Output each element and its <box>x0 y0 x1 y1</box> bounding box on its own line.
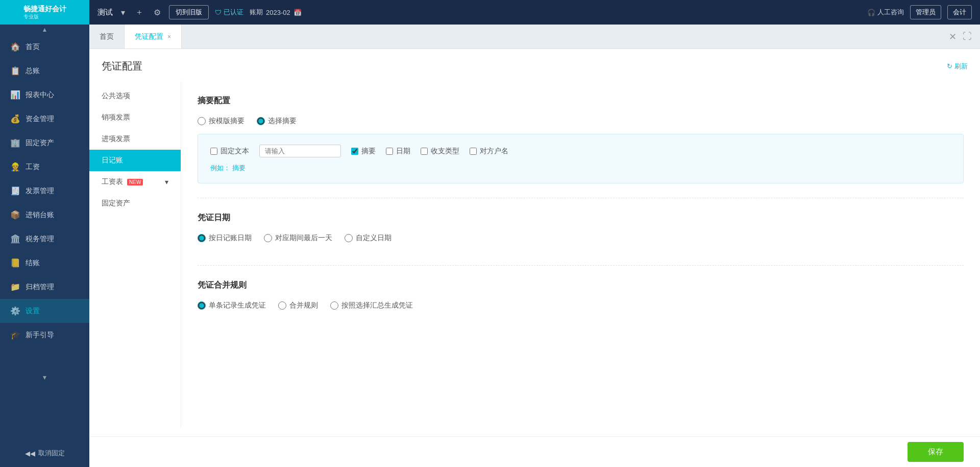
checkbox-summary-input[interactable] <box>351 148 358 155</box>
sidebar: ▲ 🏠 首页 📋 总账 📊 报表中心 💰 资金管理 🏢 固定资产 👷 工资 🧾 … <box>0 25 89 467</box>
calendar-icon[interactable]: 📅 <box>293 9 302 16</box>
tab-bar-actions: ✕ ⛶ <box>949 31 972 42</box>
menu-item-public[interactable]: 公共选项 <box>89 85 181 107</box>
settings-icon[interactable]: ⚙ <box>152 6 163 19</box>
radio-period-last-day-input[interactable] <box>264 234 272 242</box>
headset-icon: 🎧 <box>867 9 875 16</box>
checkbox-fixed-text-input[interactable] <box>210 148 217 155</box>
page-content: 凭证配置 ↻ 刷新 公共选项 销项发票 进项发票 <box>89 49 980 467</box>
tab-close-button[interactable]: × <box>167 33 171 40</box>
new-badge: NEW <box>127 179 143 185</box>
sidebar-item-assets[interactable]: 🏢 固定资产 <box>0 131 89 155</box>
close-window-button[interactable]: ✕ <box>949 31 957 42</box>
tab-voucher-config[interactable]: 凭证配置 × <box>125 25 182 49</box>
radio-merge-rules-input[interactable] <box>278 301 286 310</box>
topbar-right: 🎧 人工咨询 管理员 会计 <box>867 5 980 19</box>
add-icon[interactable]: ＋ <box>133 5 145 20</box>
accountant-button[interactable]: 会计 <box>947 5 972 19</box>
radio-template-input[interactable] <box>198 117 206 125</box>
arrow-left-icon: ◀◀ <box>25 450 35 457</box>
sidebar-item-invoice[interactable]: 🧾 发票管理 <box>0 179 89 203</box>
radio-aggregate-selected[interactable]: 按照选择汇总生成凭证 <box>330 301 413 310</box>
sidebar-item-payroll[interactable]: 👷 工资 <box>0 155 89 179</box>
radio-merge-rules[interactable]: 合并规则 <box>278 301 318 310</box>
page-header: 凭证配置 ↻ 刷新 <box>89 49 980 73</box>
admin-button[interactable]: 管理员 <box>910 5 941 19</box>
radio-daily-date[interactable]: 按日记账日期 <box>198 233 252 243</box>
sidebar-item-sales-ledger[interactable]: 📦 进销台账 <box>0 203 89 227</box>
sidebar-item-tax[interactable]: 🏛️ 税务管理 <box>0 227 89 251</box>
home-icon: 🏠 <box>10 42 20 52</box>
period-label: 账期 <box>250 8 263 17</box>
menu-item-purchase-invoice[interactable]: 进项发票 <box>89 128 181 150</box>
date-section-title: 凭证日期 <box>198 213 964 223</box>
sidebar-item-closing[interactable]: 📒 结账 <box>0 251 89 275</box>
sidebar-item-reports[interactable]: 📊 报表中心 <box>0 83 89 107</box>
radio-custom-date[interactable]: 自定义日期 <box>345 233 391 243</box>
checkbox-date-input[interactable] <box>386 148 393 155</box>
radio-period-last-day-label: 对应期间最后一天 <box>275 233 332 243</box>
merge-section-title: 凭证合并规则 <box>198 280 964 291</box>
menu-label-payroll-table: 工资表 <box>102 177 123 186</box>
cancel-fixed-button[interactable]: ◀◀ 取消固定 <box>0 445 89 462</box>
checkbox-income-type-input[interactable] <box>421 148 428 155</box>
sidebar-label-ledger: 总账 <box>26 66 40 76</box>
sidebar-item-guide[interactable]: 🎓 新手引导 <box>0 323 89 347</box>
sidebar-item-archive[interactable]: 📁 归档管理 <box>0 275 89 299</box>
radio-aggregate-selected-input[interactable] <box>330 301 338 310</box>
radio-single-record-label: 单条记录生成凭证 <box>209 301 266 310</box>
radio-template-summary[interactable]: 按模版摘要 <box>198 116 244 126</box>
summary-radio-group: 按模版摘要 选择摘要 <box>198 116 964 126</box>
closing-icon: 📒 <box>10 258 20 268</box>
radio-period-last-day[interactable]: 对应期间最后一天 <box>264 233 332 243</box>
checkbox-fixed-text[interactable]: 固定文本 <box>210 147 249 156</box>
menu-label-fixed-assets: 固定资产 <box>102 199 130 207</box>
menu-item-payroll-table[interactable]: 工资表 NEW ▾ <box>89 171 181 193</box>
radio-daily-date-input[interactable] <box>198 234 206 242</box>
checkbox-summary[interactable]: 摘要 <box>351 147 376 156</box>
radio-single-record[interactable]: 单条记录生成凭证 <box>198 301 266 310</box>
radio-daily-date-label: 按日记账日期 <box>209 233 252 243</box>
fixed-text-input[interactable] <box>259 145 341 157</box>
period-value: 2023-02 <box>266 9 290 16</box>
checkbox-counterpart[interactable]: 对方户名 <box>470 147 508 156</box>
consult-label: 人工咨询 <box>877 8 904 17</box>
bottom-bar: 保存 <box>89 436 980 467</box>
menu-label-purchase-invoice: 进项发票 <box>102 134 130 143</box>
save-button[interactable]: 保存 <box>908 442 964 462</box>
certified-badge: 🛡 已认证 <box>215 8 243 17</box>
sidebar-label-archive: 归档管理 <box>26 283 54 292</box>
menu-label-journal: 日记账 <box>102 156 123 164</box>
menu-item-sales-invoice[interactable]: 销项发票 <box>89 107 181 128</box>
right-panel: 摘要配置 按模版摘要 选择摘要 <box>181 81 980 428</box>
menu-item-fixed-assets[interactable]: 固定资产 <box>89 193 181 214</box>
checkbox-date[interactable]: 日期 <box>386 147 410 156</box>
fullscreen-button[interactable]: ⛶ <box>963 31 972 42</box>
cancel-fixed-label: 取消固定 <box>38 449 65 458</box>
radio-select-input[interactable] <box>257 117 265 125</box>
menu-item-journal[interactable]: 日记账 <box>89 150 181 171</box>
income-type-label: 收支类型 <box>431 147 459 156</box>
sidebar-item-home[interactable]: 🏠 首页 <box>0 35 89 59</box>
sidebar-scroll-down[interactable]: ▼ <box>0 372 89 383</box>
sidebar-scroll-up[interactable]: ▲ <box>0 25 89 35</box>
sidebar-label-reports: 报表中心 <box>26 90 54 100</box>
tab-home[interactable]: 首页 <box>89 25 125 49</box>
radio-custom-date-input[interactable] <box>345 234 353 242</box>
radio-select-summary[interactable]: 选择摘要 <box>257 116 297 126</box>
certified-text: 已认证 <box>224 8 243 17</box>
checkbox-income-type[interactable]: 收支类型 <box>421 147 459 156</box>
consult-button[interactable]: 🎧 人工咨询 <box>867 8 904 17</box>
checkbox-counterpart-input[interactable] <box>470 148 477 155</box>
topbar: 畅捷通好会计 专业版 测试 ▾ ＋ ⚙ 切到旧版 🛡 已认证 账期 2023-0… <box>0 0 980 25</box>
refresh-label: 刷新 <box>954 62 968 71</box>
sidebar-item-settings[interactable]: ⚙️ 设置 <box>0 299 89 323</box>
tab-home-label: 首页 <box>100 32 114 41</box>
sidebar-item-funds[interactable]: 💰 资金管理 <box>0 107 89 131</box>
radio-single-record-input[interactable] <box>198 301 206 310</box>
company-dropdown-icon[interactable]: ▾ <box>119 6 127 19</box>
refresh-button[interactable]: ↻ 刷新 <box>947 62 968 71</box>
switch-version-button[interactable]: 切到旧版 <box>169 5 209 19</box>
sidebar-item-ledger[interactable]: 📋 总账 <box>0 59 89 83</box>
content-area: 首页 凭证配置 × ✕ ⛶ 凭证配置 ↻ 刷新 <box>89 25 980 467</box>
